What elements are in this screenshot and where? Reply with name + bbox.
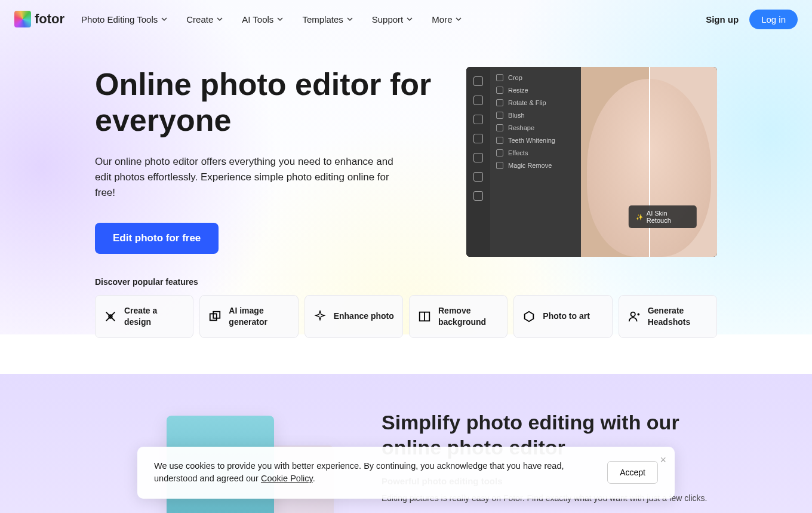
nav-create[interactable]: Create [186,14,223,24]
header-actions: Sign up Log in [706,10,798,29]
feature-label: Generate Headshots [648,305,708,328]
logo-icon [14,11,31,27]
signup-link[interactable]: Sign up [706,14,739,24]
feature-grid: Create a design AI image generator Enhan… [95,295,717,338]
mock-photo: AI Skin Retouch [581,67,717,257]
blush-icon [496,112,503,119]
chevron-down-icon [161,16,167,22]
tool-magic-remove: Magic Remove [496,162,575,169]
headshot-icon [628,310,641,323]
editor-preview: Crop Resize Rotate & Flip Blush Reshape … [466,67,717,257]
ai-generator-icon [208,310,222,323]
feature-headshots[interactable]: Generate Headshots [619,295,717,338]
text-icon [473,191,483,201]
header: fotor Photo Editing Tools Create AI Tool… [0,0,812,38]
enhance-icon [313,310,327,323]
svg-point-4 [630,312,635,317]
resize-icon [496,87,503,94]
feature-label: AI image generator [229,305,289,328]
hero: Online photo editor for everyone Our onl… [95,38,717,257]
rotate-icon [496,99,503,106]
nav-ai-tools[interactable]: AI Tools [242,14,283,24]
chevron-down-icon [217,16,223,22]
crop-icon [496,74,503,81]
tool-resize: Resize [496,87,575,94]
eye-icon [473,134,483,143]
feature-photo-art[interactable]: Photo to art [513,295,612,338]
magic-remove-icon [496,162,503,169]
nav-support[interactable]: Support [372,14,413,24]
chevron-down-icon [407,16,413,22]
mock-sidebar-icons [466,67,490,257]
grid-icon [473,76,483,86]
feature-label: Photo to art [543,311,590,322]
ai-skin-retouch-badge: AI Skin Retouch [629,205,697,228]
people-icon [473,172,483,182]
remove-bg-icon [418,310,431,323]
nav-templates[interactable]: Templates [302,14,352,24]
chevron-down-icon [277,16,283,22]
cookie-text: We use cookies to provide you with bette… [154,460,595,486]
logo-text: fotor [35,11,64,27]
feature-label: Enhance photo [334,311,394,322]
nav-label: Photo Editing Tools [81,14,158,24]
cookie-close-button[interactable]: × [660,454,666,466]
chevron-down-icon [347,16,353,22]
edit-photo-button[interactable]: Edit photo for free [95,223,219,254]
tool-crop: Crop [496,74,575,81]
sliders-icon [473,96,483,105]
discover-section: Discover popular features Create a desig… [95,277,717,338]
feature-label: Create a design [124,305,184,328]
frame-icon [473,153,483,162]
effects-icon [496,149,503,156]
flask-icon [473,115,483,124]
nav-photo-editing-tools[interactable]: Photo Editing Tools [81,14,167,24]
logo[interactable]: fotor [14,11,64,27]
nav-label: AI Tools [242,14,273,24]
chevron-down-icon [456,16,462,22]
nav-label: Templates [302,14,343,24]
feature-ai-generator[interactable]: AI image generator [199,295,298,338]
feature-create-design[interactable]: Create a design [95,295,193,338]
tool-teeth: Teeth Whitening [496,137,575,144]
nav-more[interactable]: More [432,14,462,24]
cookie-accept-button[interactable]: Accept [607,461,658,484]
main-nav: Photo Editing Tools Create AI Tools Temp… [81,14,706,24]
cookie-banner: We use cookies to provide you with bette… [137,447,675,499]
feature-enhance[interactable]: Enhance photo [304,295,403,338]
feature-label: Remove background [438,305,499,328]
login-button[interactable]: Log in [749,10,798,29]
feature-remove-bg[interactable]: Remove background [409,295,508,338]
nav-label: More [432,14,452,24]
hero-title: Online photo editor for everyone [95,67,442,139]
hero-subtitle: Our online photo editor offers everythin… [95,154,405,201]
mock-tool-list: Crop Resize Rotate & Flip Blush Reshape … [490,67,581,257]
nav-label: Support [372,14,404,24]
photo-art-icon [522,310,536,323]
reshape-icon [496,124,503,131]
cookie-policy-link[interactable]: Cookie Policy [261,474,313,483]
teeth-icon [496,137,503,144]
design-icon [104,310,117,323]
tool-blush: Blush [496,112,575,119]
discover-title: Discover popular features [95,277,717,287]
tool-effects: Effects [496,149,575,156]
tool-rotate: Rotate & Flip [496,99,575,106]
tool-reshape: Reshape [496,124,575,131]
nav-label: Create [186,14,213,24]
